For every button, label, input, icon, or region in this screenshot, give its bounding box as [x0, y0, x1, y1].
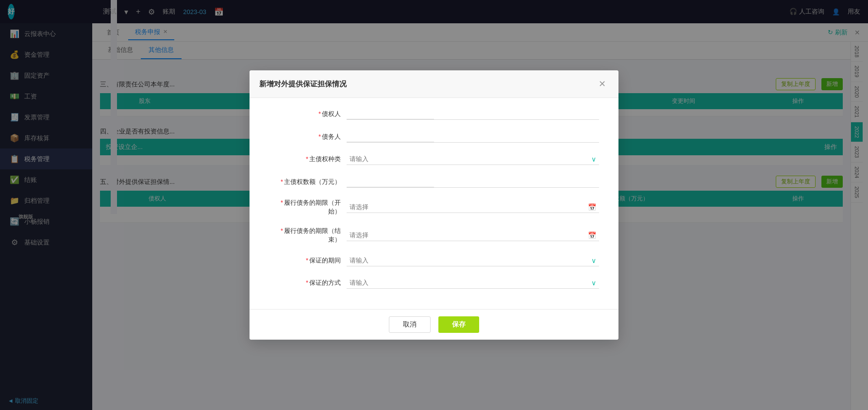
date-input-period-start[interactable]: [347, 201, 585, 213]
required-star: *: [306, 155, 308, 163]
form-label-debtor: *债务人: [269, 132, 347, 141]
cancel-button[interactable]: 取消: [389, 316, 431, 333]
calendar-picker-icon[interactable]: 📅: [585, 203, 599, 211]
select-wrap-guarantee-period[interactable]: ∨: [347, 255, 599, 266]
modal-header: 新增对外提供保证担保情况 ✕: [250, 70, 618, 98]
input-creditor[interactable]: [347, 108, 434, 119]
form-label-claim-type: *主债权种类: [269, 155, 347, 164]
modal-title: 新增对外提供保证担保情况: [259, 80, 347, 89]
required-star: *: [318, 133, 321, 140]
chevron-down-icon[interactable]: ∨: [588, 279, 599, 287]
input-debtor[interactable]: [347, 131, 434, 142]
form-row-claim-amount: *主债权数额（万元）: [269, 176, 599, 188]
date-wrap-period-start[interactable]: 📅: [347, 201, 599, 213]
modal-close-button[interactable]: ✕: [595, 77, 609, 91]
form-label-guarantee-method: *保证的方式: [269, 279, 347, 287]
required-star: *: [318, 110, 321, 117]
modal-body: *债权人*债务人*主债权种类∨*主债权数额（万元）*履行债务的期限（开始）📅*履…: [250, 98, 618, 309]
form-label-guarantee-period: *保证的期间: [269, 256, 347, 265]
input-claim-amount[interactable]: [347, 176, 434, 187]
required-star: *: [306, 257, 308, 264]
required-star: *: [281, 227, 283, 234]
chevron-down-icon[interactable]: ∨: [588, 155, 599, 163]
modal-dialog: 新增对外提供保证担保情况 ✕ *债权人*债务人*主债权种类∨*主债权数额（万元）…: [250, 70, 618, 340]
form-row-creditor: *债权人: [269, 108, 599, 120]
form-label-creditor: *债权人: [269, 110, 347, 118]
required-star: *: [306, 279, 308, 286]
date-input-period-end[interactable]: [347, 230, 585, 241]
form-label-period-start: *履行债务的期限（开始）: [269, 198, 347, 216]
required-star: *: [281, 199, 283, 206]
select-wrap-claim-type[interactable]: ∨: [347, 153, 599, 165]
form-row-guarantee-period: *保证的期间∨: [269, 255, 599, 266]
select-wrap-guarantee-method[interactable]: ∨: [347, 277, 599, 289]
date-wrap-period-end[interactable]: 📅: [347, 230, 599, 241]
form-row-claim-type: *主债权种类∨: [269, 153, 599, 165]
required-star: *: [281, 178, 283, 185]
form-label-claim-amount: *主债权数额（万元）: [269, 178, 347, 186]
form-row-guarantee-method: *保证的方式∨: [269, 277, 599, 289]
chevron-down-icon[interactable]: ∨: [588, 257, 599, 264]
modal-overlay[interactable]: 新增对外提供保证担保情况 ✕ *债权人*债务人*主债权种类∨*主债权数额（万元）…: [0, 0, 868, 410]
save-button[interactable]: 保存: [438, 316, 479, 333]
form-label-period-end: *履行债务的期限（结束）: [269, 227, 347, 244]
form-row-period-start: *履行债务的期限（开始）📅: [269, 198, 599, 216]
select-input-guarantee-period[interactable]: [347, 255, 588, 266]
calendar-picker-icon[interactable]: 📅: [585, 231, 599, 239]
select-input-claim-type[interactable]: [347, 153, 588, 164]
modal-footer: 取消 保存: [250, 309, 618, 340]
form-row-period-end: *履行债务的期限（结束）📅: [269, 227, 599, 244]
form-row-debtor: *债务人: [269, 131, 599, 143]
select-input-guarantee-method[interactable]: [347, 277, 588, 288]
